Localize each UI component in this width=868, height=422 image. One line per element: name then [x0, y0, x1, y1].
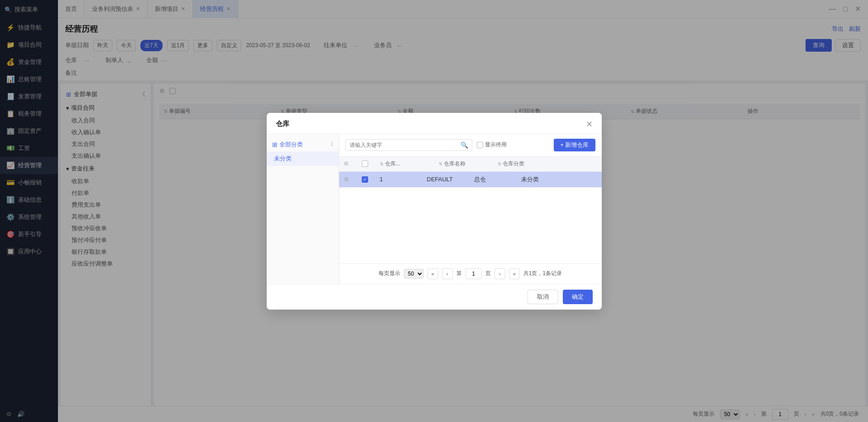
search-input[interactable]	[350, 142, 458, 148]
dialog-left-header[interactable]: ⊞ 全部分类 《	[267, 138, 339, 151]
dialog-toolbar: 🔍 显示停用 + 新增仓库	[339, 134, 602, 156]
dialog-left-collapse-btn[interactable]: 《	[328, 141, 333, 148]
dialog-left-item-weifenlei[interactable]: 未分类	[267, 151, 339, 166]
show-disabled-checkbox[interactable]	[477, 142, 483, 148]
show-disabled-text: 显示停用	[485, 141, 507, 149]
search-icon: 🔍	[460, 141, 468, 149]
dialog-right-panel: 🔍 显示停用 + 新增仓库 ⚙	[339, 134, 602, 284]
page-unit: 页	[485, 270, 491, 277]
td-code: DEFAULT	[422, 172, 470, 186]
page-word: 算	[456, 270, 462, 277]
sort-icon: ⇅	[439, 161, 442, 166]
modal-overlay: 仓库 ✕ ⊞ 全部分类 《 未分类	[0, 0, 868, 422]
dialog-close-btn[interactable]: ✕	[586, 119, 593, 129]
td-gear: ⚙	[339, 172, 357, 186]
dialog-title: 仓库	[276, 120, 289, 128]
grid-small-icon: ⊞	[272, 141, 278, 148]
gear-th-icon[interactable]: ⚙	[344, 160, 349, 167]
dialog-left-scroll: 未分类	[267, 151, 339, 280]
confirm-button[interactable]: 确定	[563, 290, 593, 304]
dialog-next-page-btn[interactable]: ›	[494, 268, 505, 279]
th-code: ⇅ 仓库...	[375, 156, 434, 171]
show-disabled-label[interactable]: 显示停用	[477, 141, 507, 149]
dialog-header: 仓库 ✕	[267, 113, 602, 134]
dialog-footer: 取消 确定	[267, 284, 602, 310]
dialog-last-page-btn[interactable]: »	[509, 268, 520, 279]
dialog-left-title: 全部分类	[279, 141, 303, 149]
td-category: 未分类	[517, 172, 602, 187]
search-box[interactable]: 🔍	[345, 139, 472, 151]
page-size-label: 每页显示	[379, 270, 400, 277]
td-name: 总仓	[470, 172, 517, 187]
dialog-page-input[interactable]	[465, 268, 482, 279]
sort-icon: ⇅	[380, 161, 384, 166]
table-row[interactable]: ⚙ ✓ 1 DEFAULT 总仓	[339, 172, 602, 188]
th-name: ⇅ 仓库名称	[434, 156, 493, 171]
td-num: 1	[375, 172, 422, 186]
dialog-left-panel: ⊞ 全部分类 《 未分类	[267, 134, 339, 284]
dialog-prev-page-btn[interactable]: ‹	[442, 268, 453, 279]
th-gear: ⚙	[339, 156, 357, 171]
dialog-body: ⊞ 全部分类 《 未分类 🔍	[267, 134, 602, 284]
row-gear-icon[interactable]: ⚙	[344, 176, 349, 183]
select-all-dialog-checkbox[interactable]	[362, 160, 368, 167]
dialog-table: ⚙ ⇅ 仓库... ⇅ 仓库名称	[339, 156, 602, 263]
dialog-table-header: ⚙ ⇅ 仓库... ⇅ 仓库名称	[339, 156, 602, 172]
dialog-first-page-btn[interactable]: «	[427, 268, 438, 279]
dialog-page-size-select[interactable]: 50	[404, 269, 424, 279]
dialog-pagination: 每页显示 50 « ‹ 算 页 › » 共1页，1条记录	[339, 263, 602, 284]
warehouse-dialog: 仓库 ✕ ⊞ 全部分类 《 未分类	[267, 113, 602, 310]
cancel-button[interactable]: 取消	[528, 290, 558, 304]
th-category: ⇅ 仓库分类	[493, 156, 602, 171]
dialog-total-info: 共1页，1条记录	[523, 270, 562, 277]
th-check	[357, 156, 375, 171]
row-checkbox[interactable]: ✓	[362, 176, 368, 183]
td-check[interactable]: ✓	[357, 173, 375, 186]
add-warehouse-btn[interactable]: + 新增仓库	[554, 139, 595, 151]
sort-icon: ⇅	[498, 161, 501, 166]
